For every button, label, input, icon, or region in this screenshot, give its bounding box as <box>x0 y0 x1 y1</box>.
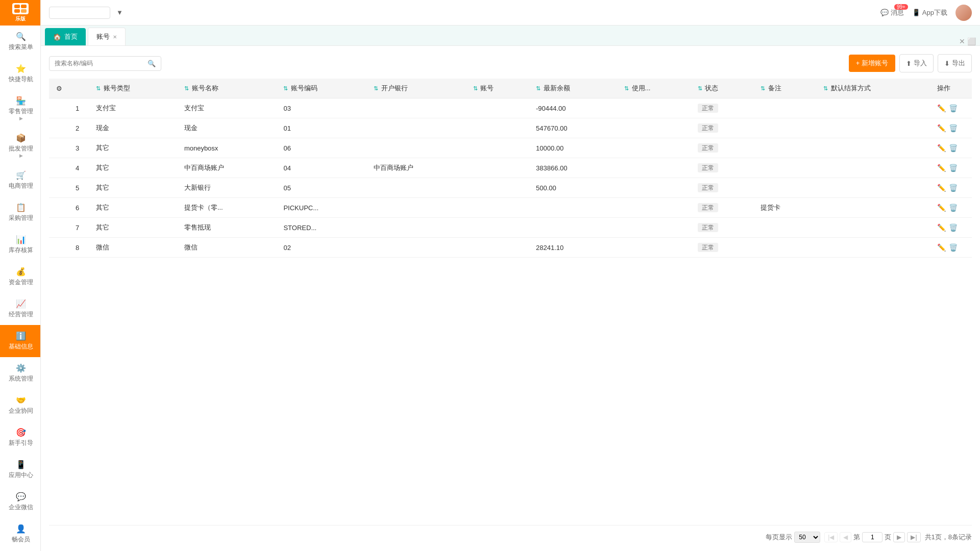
edit-button[interactable]: ✏️ <box>937 104 946 112</box>
sort-icon: ⇅ <box>823 85 828 91</box>
page-input[interactable] <box>862 532 883 542</box>
row-account-name: 零售抵现 <box>178 218 278 238</box>
row-index: 4 <box>69 158 90 178</box>
row-bank <box>368 238 467 258</box>
next-page-button[interactable]: ▶ <box>893 532 905 542</box>
sidebar-item-label: 企业协同 <box>9 407 33 415</box>
row-status: 正常 <box>692 198 754 218</box>
delete-button[interactable]: 🗑️ <box>949 104 958 112</box>
sidebar-item-enterprise-wechat[interactable]: 💬 企业微信 <box>0 486 40 518</box>
col-account-type[interactable]: ⇅ 账号类型 <box>90 79 178 98</box>
row-account-code: 03 <box>277 98 368 118</box>
row-account-name: 提货卡（零... <box>178 198 278 218</box>
dropdown-trigger[interactable]: ▼ <box>116 9 123 16</box>
sidebar-item-label: 搜索菜单 <box>9 43 33 52</box>
last-page-button[interactable]: ▶| <box>907 532 920 542</box>
row-usage <box>618 218 692 238</box>
row-default-settlement <box>817 218 931 238</box>
row-usage <box>618 198 692 218</box>
col-status[interactable]: ⇅ 状态 <box>692 79 754 98</box>
message-badge: 99+ <box>894 4 908 10</box>
col-latest-balance[interactable]: ⇅ 最新余额 <box>530 79 618 98</box>
sidebar-item-inventory-mgmt[interactable]: 📊 库存核算 <box>0 229 40 261</box>
sidebar-item-enterprise-agreement[interactable]: 🤝 企业协同 <box>0 389 40 421</box>
svg-rect-3 <box>21 9 27 13</box>
message-button[interactable]: 💬 消息 99+ <box>880 8 904 17</box>
import-button[interactable]: ⬆ 导入 <box>899 54 934 72</box>
sidebar-item-system-mgmt[interactable]: ⚙️ 系统管理 <box>0 357 40 389</box>
edit-button[interactable]: ✏️ <box>937 204 946 212</box>
row-checkbox-cell <box>49 238 69 258</box>
user-avatar[interactable] <box>955 5 972 21</box>
search-input[interactable] <box>55 60 144 67</box>
col-notes[interactable]: ⇅ 备注 <box>754 79 817 98</box>
row-notes <box>754 158 817 178</box>
delete-button[interactable]: 🗑️ <box>949 243 958 252</box>
search-input-wrap[interactable]: 🔍 <box>49 56 161 71</box>
sidebar-item-label: 采购管理 <box>9 214 33 222</box>
tab-home[interactable]: 🏠 首页 <box>45 28 86 45</box>
col-settings[interactable]: ⚙ <box>49 79 69 98</box>
tab-maximize-window[interactable]: ⬜ <box>967 37 976 45</box>
search-icon[interactable]: 🔍 <box>148 60 156 67</box>
delete-button[interactable]: 🗑️ <box>949 184 958 192</box>
app-center-icon: 📱 <box>16 460 26 469</box>
row-account-name: moneybosx <box>178 138 278 158</box>
top-search-input[interactable] <box>49 7 110 19</box>
row-bank <box>368 118 467 138</box>
col-usage[interactable]: ⇅ 使用... <box>618 79 692 98</box>
col-account-no[interactable]: ⇅ 账号 <box>467 79 530 98</box>
sidebar-item-finance-mgmt[interactable]: 💰 资金管理 <box>0 261 40 293</box>
sidebar-item-retail-mgmt[interactable]: 🏪 零售管理 ▶ <box>0 90 40 127</box>
sidebar-item-app-center[interactable]: 📱 应用中心 <box>0 454 40 486</box>
edit-button[interactable]: ✏️ <box>937 223 946 232</box>
page-size-select[interactable]: 50 20 100 <box>794 532 820 543</box>
sidebar-item-member[interactable]: 👤 畅会员 <box>0 518 40 550</box>
row-bank <box>368 218 467 238</box>
tab-close-icon[interactable]: ✕ <box>113 34 117 40</box>
delete-button[interactable]: 🗑️ <box>949 144 958 152</box>
row-account-no <box>467 238 530 258</box>
table-row: 8 微信 微信 02 28241.10 正常 ✏️ 🗑️ <box>49 238 972 258</box>
edit-button[interactable]: ✏️ <box>937 124 946 132</box>
tab-account[interactable]: 账号 ✕ <box>88 28 126 45</box>
sidebar-item-wholesale-mgmt[interactable]: 📦 批发管理 ▶ <box>0 127 40 164</box>
row-account-name: 现金 <box>178 118 278 138</box>
sidebar-item-label: 应用中心 <box>9 471 33 480</box>
delete-button[interactable]: 🗑️ <box>949 124 958 132</box>
sidebar-item-operations-mgmt[interactable]: 📈 经营管理 <box>0 293 40 325</box>
col-bank-label: 开户银行 <box>381 84 408 92</box>
sidebar-item-ecommerce-mgmt[interactable]: 🛒 电商管理 <box>0 164 40 196</box>
top-header: ▼ 💬 消息 99+ 📱 App下载 <box>41 0 980 26</box>
delete-button[interactable]: 🗑️ <box>949 164 958 172</box>
edit-button[interactable]: ✏️ <box>937 184 946 192</box>
tab-close-window[interactable]: ✕ <box>959 37 965 45</box>
delete-button[interactable]: 🗑️ <box>949 204 958 212</box>
edit-button[interactable]: ✏️ <box>937 243 946 252</box>
row-account-name: 微信 <box>178 238 278 258</box>
sidebar-item-search-menu[interactable]: 🔍 搜索菜单 <box>0 26 40 58</box>
row-latest-balance: -90444.00 <box>530 98 618 118</box>
finance-icon: 💰 <box>16 267 26 277</box>
app-download-button[interactable]: 📱 App下载 <box>912 8 947 17</box>
row-default-settlement <box>817 198 931 218</box>
add-account-button[interactable]: + 新增账号 <box>849 55 895 72</box>
col-account-code[interactable]: ⇅ 账号编码 <box>277 79 368 98</box>
delete-button[interactable]: 🗑️ <box>949 223 958 232</box>
svg-rect-2 <box>14 9 20 13</box>
export-button[interactable]: ⬇ 导出 <box>938 54 972 72</box>
col-default-settlement[interactable]: ⇅ 默认结算方式 <box>817 79 931 98</box>
row-index: 1 <box>69 98 90 118</box>
col-account-name[interactable]: ⇅ 账号名称 <box>178 79 278 98</box>
col-bank[interactable]: ⇅ 开户银行 <box>368 79 467 98</box>
edit-button[interactable]: ✏️ <box>937 164 946 172</box>
first-page-button[interactable]: |◀ <box>824 532 838 542</box>
row-account-no <box>467 218 530 238</box>
row-usage <box>618 138 692 158</box>
sidebar-item-purchase-mgmt[interactable]: 📋 采购管理 <box>0 196 40 229</box>
sidebar-item-new-guide[interactable]: 🎯 新手引导 <box>0 421 40 454</box>
prev-page-button[interactable]: ◀ <box>840 532 851 542</box>
sidebar-item-quick-nav[interactable]: ⭐ 快捷导航 <box>0 58 40 90</box>
edit-button[interactable]: ✏️ <box>937 144 946 152</box>
sidebar-item-basic-info[interactable]: ℹ️ 基础信息 <box>0 325 40 357</box>
